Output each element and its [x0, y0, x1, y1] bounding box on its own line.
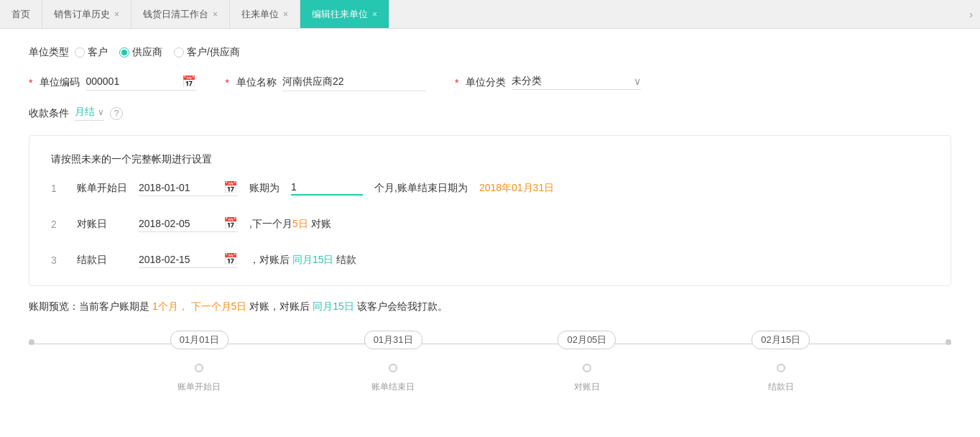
- unit-type-row: 单位类型 客户 供应商 客户/供应商: [29, 46, 951, 59]
- unit-type-group: 单位类型 客户 供应商 客户/供应商: [29, 46, 240, 59]
- month-input-wrapper: [291, 181, 363, 196]
- radio-cs-label: 客户/供应商: [187, 46, 240, 59]
- timeline-dot-3: [777, 364, 785, 372]
- timeline-label-2: 对账日: [574, 381, 600, 393]
- timeline-points: 01月01日 账单开始日 01月31日 账单结束日 02月05日 对账日 02月…: [29, 331, 951, 393]
- tab-sales-label: 销售订单历史: [54, 8, 110, 21]
- period-field-label-2: 对账日: [77, 218, 127, 231]
- timeline-dot-2: [583, 364, 591, 372]
- unit-name-label: 单位名称: [236, 76, 277, 89]
- unit-class-star: *: [455, 77, 458, 88]
- timeline-point-2: 02月05日 对账日: [558, 331, 616, 393]
- tab-edit-partner-unit[interactable]: 编辑往来单位 ×: [300, 0, 389, 28]
- period-hint-prefix-1: 账期为: [249, 182, 279, 195]
- close-sales-icon[interactable]: ×: [114, 9, 119, 19]
- tab-partner-unit[interactable]: 往来单位 ×: [230, 0, 300, 28]
- unit-code-group: * 单位编码 📅: [29, 75, 196, 91]
- payment-condition-select[interactable]: 月结 ∨: [75, 106, 104, 121]
- timeline-label-3: 结款日: [768, 381, 794, 393]
- help-symbol: ?: [114, 109, 119, 119]
- period-date-input-1[interactable]: [139, 182, 218, 193]
- radio-supplier-label: 供应商: [132, 46, 162, 59]
- timeline-left-endpoint: [29, 339, 34, 345]
- radio-customer-supplier[interactable]: 客户/供应商: [174, 46, 240, 59]
- preview-reconcile: 下一个月5日: [191, 300, 247, 312]
- radio-cs-circle: [174, 47, 184, 58]
- timeline-bubble-0: 01月01日: [170, 331, 228, 349]
- timeline-right-endpoint: [946, 339, 951, 345]
- tab-sales-order-history[interactable]: 销售订单历史 ×: [42, 0, 131, 28]
- payment-day-highlight: 同月15日: [292, 254, 334, 265]
- period-num-3: 3: [51, 254, 65, 266]
- tab-home[interactable]: 首页: [0, 0, 42, 28]
- close-edit-partner-icon[interactable]: ×: [372, 9, 377, 19]
- radio-supplier-circle: [119, 47, 129, 58]
- timeline-point-1: 01月31日 账单结束日: [364, 331, 422, 393]
- unit-class-group: * 单位分类 未分类 ∨: [455, 75, 641, 90]
- radio-customer-circle: [75, 47, 85, 58]
- tab-partner-label: 往来单位: [241, 8, 279, 21]
- period-date-2: 📅: [139, 216, 238, 232]
- period-row-2: 2 对账日 📅 ,下一个月5日 对账: [51, 216, 929, 232]
- preview-months: 1个月，: [152, 300, 188, 312]
- timeline-wrapper: 01月01日 账单开始日 01月31日 账单结束日 02月05日 对账日 02月…: [29, 331, 951, 415]
- payment-condition-arrow-icon: ∨: [98, 107, 104, 117]
- timeline-bubble-2: 02月05日: [558, 331, 616, 349]
- payment-condition-value: 月结: [75, 106, 95, 119]
- tab-edit-partner-label: 编辑往来单位: [312, 8, 368, 21]
- unit-code-calendar-icon[interactable]: 📅: [182, 75, 196, 88]
- close-cash-icon[interactable]: ×: [213, 9, 218, 19]
- period-row-3: 3 结款日 📅 ，对账后 同月15日 结款: [51, 252, 929, 268]
- preview-payment: 同月15日: [313, 300, 354, 312]
- month-input[interactable]: [291, 181, 363, 193]
- period-date-3: 📅: [139, 252, 238, 268]
- unit-class-label: 单位分类: [466, 76, 506, 89]
- unit-code-input[interactable]: [85, 75, 179, 87]
- period-date-input-2[interactable]: [139, 218, 218, 229]
- timeline-dot-1: [389, 364, 397, 372]
- tab-cash-label: 钱货日清工作台: [143, 8, 208, 21]
- period-calendar-icon-1[interactable]: 📅: [223, 180, 238, 194]
- payment-condition-row: 收款条件 月结 ∨ ?: [29, 106, 951, 121]
- preview-middle: 对账，对账后: [249, 300, 310, 312]
- unit-code-input-wrapper: 📅: [85, 75, 196, 91]
- period-row-1: 1 账单开始日 📅 账期为 个月,账单结束日期为 2018年01月31日: [51, 180, 929, 196]
- reconcile-day-highlight: 5日: [292, 218, 308, 229]
- unit-info-row: * 单位编码 📅 * 单位名称 * 单位分类 未分类 ∨: [29, 73, 951, 91]
- unit-class-select[interactable]: 未分类 ∨: [512, 75, 641, 90]
- timeline-label-0: 账单开始日: [177, 381, 221, 393]
- tab-expand-button[interactable]: ›: [962, 0, 980, 28]
- tab-cash-work[interactable]: 钱货日清工作台 ×: [131, 0, 230, 28]
- period-date-input-3[interactable]: [139, 254, 218, 265]
- period-hint-row-2: ,下一个月5日 对账: [249, 218, 331, 231]
- period-box: 请按照未来的一个完整帐期进行设置 1 账单开始日 📅 账期为 个月,账单结束日期…: [29, 135, 951, 286]
- tab-home-label: 首页: [11, 8, 30, 21]
- period-calendar-icon-3[interactable]: 📅: [223, 252, 238, 266]
- radio-customer[interactable]: 客户: [75, 46, 108, 59]
- tab-bar: 首页 销售订单历史 × 钱货日清工作台 × 往来单位 × 编辑往来单位 × ›: [0, 0, 980, 29]
- unit-code-star: *: [29, 77, 32, 88]
- period-end-date-1: 2018年01月31日: [479, 182, 554, 195]
- period-field-label-3: 结款日: [77, 254, 127, 267]
- unit-class-arrow-icon: ∨: [634, 75, 641, 87]
- period-hint-row-3: ，对账后 同月15日 结款: [249, 254, 356, 267]
- close-partner-icon[interactable]: ×: [283, 9, 288, 19]
- unit-code-label: 单位编码: [40, 76, 80, 89]
- radio-customer-label: 客户: [88, 46, 108, 59]
- unit-class-value: 未分类: [512, 75, 631, 88]
- radio-supplier[interactable]: 供应商: [119, 46, 162, 59]
- payment-condition-group: 收款条件 月结 ∨ ?: [29, 106, 123, 121]
- period-hint-suffix-1: 个月,账单结束日期为: [374, 182, 468, 195]
- timeline-bubble-1: 01月31日: [364, 331, 422, 349]
- timeline-bubble-3: 02月15日: [752, 331, 810, 349]
- payment-help-icon[interactable]: ?: [110, 107, 123, 120]
- timeline-point-0: 01月01日 账单开始日: [170, 331, 228, 393]
- radio-group: 客户 供应商 客户/供应商: [75, 46, 240, 59]
- period-calendar-icon-2[interactable]: 📅: [223, 216, 238, 230]
- unit-type-label: 单位类型: [29, 46, 69, 59]
- unit-name-group: * 单位名称: [225, 73, 425, 91]
- period-num-2: 2: [51, 218, 65, 230]
- timeline-point-3: 02月15日 结款日: [752, 331, 810, 393]
- preview-text: 账期预览：当前客户账期是 1个月， 下一个月5日 对账，对账后 同月15日 该客…: [29, 300, 951, 313]
- unit-name-input[interactable]: [282, 73, 426, 91]
